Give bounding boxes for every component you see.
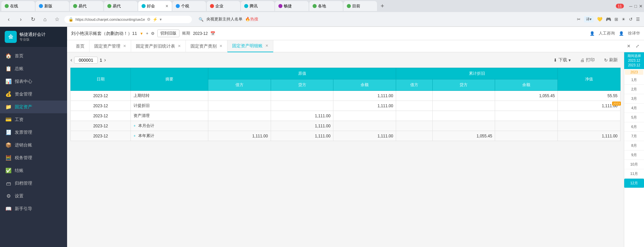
period-month-2[interactable]: 2月 <box>624 85 644 94</box>
refresh-button[interactable]: ↻ 刷新 <box>601 56 621 64</box>
forward-button[interactable]: › <box>16 15 25 24</box>
purchase-icon: 📦 <box>5 142 11 148</box>
calendar-icon[interactable]: 📅 <box>210 31 215 36</box>
tab-depreciation-stats[interactable]: 固定资产折旧统计表 ✕ <box>131 40 186 52</box>
sidebar-item-archive[interactable]: 🗃 归档管理 <box>0 177 67 190</box>
sidebar-item-tax[interactable]: 🧮 税务管理 <box>0 151 67 164</box>
add-account-button[interactable]: + <box>146 31 148 36</box>
period-month-12[interactable]: 12月 <box>624 179 644 188</box>
period-month-11[interactable]: 11月 <box>624 169 644 179</box>
new-tab-button[interactable]: + <box>378 1 387 11</box>
tab-close-icon[interactable]: ✕ <box>219 44 222 48</box>
period-month-7[interactable]: 7月 <box>624 132 644 141</box>
home-button[interactable]: ⌂ <box>40 15 50 24</box>
period-value: 2023-12 <box>193 31 208 36</box>
scissors-icon[interactable]: ✂ <box>577 17 581 22</box>
tab-close-icon[interactable]: ✕ <box>178 44 181 48</box>
sidebar-item-payroll[interactable]: 💳 工资 <box>0 113 67 126</box>
th-orig-credit: 贷方 <box>271 79 333 91</box>
period-month-10[interactable]: 10月 <box>624 160 644 169</box>
browser-tab-label: 腾讯 <box>250 3 258 9</box>
sidebar-item-funds[interactable]: 💰 资金管理 <box>0 88 67 101</box>
browser-tab-gedi[interactable]: 各地 <box>309 1 343 11</box>
sidebar-item-reports[interactable]: 📊 报表中心 <box>0 75 67 88</box>
funds-icon: 💰 <box>5 91 11 97</box>
sidebar-item-guide[interactable]: 📖 新手引导 <box>0 202 67 215</box>
cell-orig-credit <box>271 91 333 101</box>
expand-button[interactable]: ⤢ <box>633 42 641 50</box>
browser-tab-close[interactable]: ✕ <box>165 4 168 8</box>
tax-icon: 🧮 <box>5 155 11 161</box>
content-area: ‹ 1 › ⬇ 下载 ▾ 🖨 打印 <box>67 52 644 247</box>
help-button[interactable]: 人工咨询 <box>599 30 615 36</box>
sidebar-item-fixed-assets[interactable]: 📁 固定资产 <box>0 101 67 113</box>
bookmark-button[interactable]: ☆ <box>52 15 62 24</box>
browser-tab-xinban[interactable]: 新版 <box>36 1 69 11</box>
menu-icon[interactable]: ☰ <box>636 17 640 22</box>
close-page-button[interactable]: ✕ <box>625 42 633 50</box>
payroll-icon: 💳 <box>5 117 11 123</box>
cell-accum-debit <box>396 111 432 121</box>
tab-close-icon[interactable]: ✕ <box>123 44 126 48</box>
download-button[interactable]: ⬇ 下载 ▾ <box>551 56 574 64</box>
sidebar-item-label: 工资 <box>15 117 23 123</box>
switch-version-button[interactable]: 切到旧版 <box>157 29 179 37</box>
tab-fixed-assets-mgmt[interactable]: 固定资产管理 ✕ <box>90 40 131 52</box>
sidebar-item-general-ledger[interactable]: 📋 总账 <box>0 62 67 75</box>
url-bar[interactable]: 🔒 https://cloud.chanjet.com/accounting/u… <box>64 16 192 23</box>
browser-tab-geshui[interactable]: 个税 <box>172 1 206 11</box>
refresh-icon: ↻ <box>604 58 608 63</box>
back-button[interactable]: ‹ <box>4 15 13 24</box>
period-month-3[interactable]: 3月 <box>624 94 644 104</box>
reload-button[interactable]: ↻ <box>28 15 38 24</box>
period-month-6[interactable]: 6月 <box>624 122 644 132</box>
browser-tab-yidai1[interactable]: 易代 <box>70 1 103 11</box>
home-icon: 🏠 <box>5 53 11 59</box>
cell-accum-balance <box>495 101 558 111</box>
tab-asset-category[interactable]: 固定资产类别 ✕ <box>186 40 227 52</box>
settings-button[interactable]: ⚙ <box>151 31 155 36</box>
sidebar-item-label: 新手引导 <box>15 206 32 212</box>
undo-icon[interactable]: ↺ <box>629 17 633 22</box>
app-topbar: 刘小艳演示账套（勿删勿动！）11 ▼ + ⚙ 切到旧版 账期 2023-12 📅… <box>67 27 644 40</box>
sidebar-item-invoice[interactable]: 🧾 发票管理 <box>0 126 67 139</box>
notification-count[interactable]: 11 <box>616 4 624 8</box>
game-icon[interactable]: 🎮 <box>606 17 611 22</box>
print-button[interactable]: 🖨 打印 <box>578 56 597 64</box>
grid-icon[interactable]: ⊞ <box>614 17 618 22</box>
tab-close-icon[interactable]: ✕ <box>265 44 268 48</box>
browser-tab-zaixin[interactable]: 在线 <box>1 1 35 11</box>
period-month-8[interactable]: 8月 <box>624 141 644 150</box>
next-record-button[interactable]: › <box>104 57 106 63</box>
data-table: 日期 摘要 原值 累计折旧 净值 借方 贷方 余额 借方 贷方 余额 <box>70 68 621 141</box>
browser-tab-yidai2[interactable]: 易代 <box>104 1 138 11</box>
browser-tab-label: 好会 <box>147 3 155 9</box>
logo-icon: 会 <box>5 31 17 43</box>
translate-icon[interactable]: 译▾ <box>584 16 594 22</box>
browser-tab-tengxun[interactable]: 腾讯 <box>241 1 274 11</box>
sidebar-item-purchase-sale[interactable]: 📦 进销台账 <box>0 139 67 151</box>
browser-tab-qiye[interactable]: 企业 <box>207 1 240 11</box>
cell-date: 2023-12 <box>71 91 131 101</box>
period-month-1[interactable]: 1月 <box>624 75 644 85</box>
period-month-5[interactable]: 5月 <box>624 113 644 122</box>
sidebar-item-home[interactable]: 🏠 首页 <box>0 50 67 62</box>
period-month-9[interactable]: 9月 <box>624 150 644 160</box>
sidebar-item-settings[interactable]: ⚙ 设置 <box>0 190 67 202</box>
th-accum-balance: 余额 <box>495 79 558 91</box>
sidebar-item-closing[interactable]: ✅ 结账 <box>0 164 67 177</box>
dropdown-icon[interactable]: ▾ <box>160 17 162 22</box>
browser-tab-muqian[interactable]: 目前 <box>343 1 377 11</box>
wallet-icon[interactable]: 💛 <box>597 17 602 22</box>
browser-tab-haohui[interactable]: 好会 ✕ <box>138 1 172 11</box>
prev-record-button[interactable]: ‹ <box>70 57 72 63</box>
download-dropdown-icon[interactable]: ▾ <box>569 58 571 63</box>
cell-accum-debit <box>396 131 432 141</box>
tab-home[interactable]: 首页 <box>71 40 90 52</box>
tab-asset-detail[interactable]: 固定资产明细账 ✕ <box>227 40 273 52</box>
period-month-4[interactable]: 4月 <box>624 104 644 113</box>
brightness-icon[interactable]: ☀ <box>622 17 626 22</box>
record-id-input[interactable] <box>74 57 98 64</box>
archive-icon: 🗃 <box>5 180 11 186</box>
browser-tab-changjie[interactable]: 畅捷 <box>275 1 309 11</box>
